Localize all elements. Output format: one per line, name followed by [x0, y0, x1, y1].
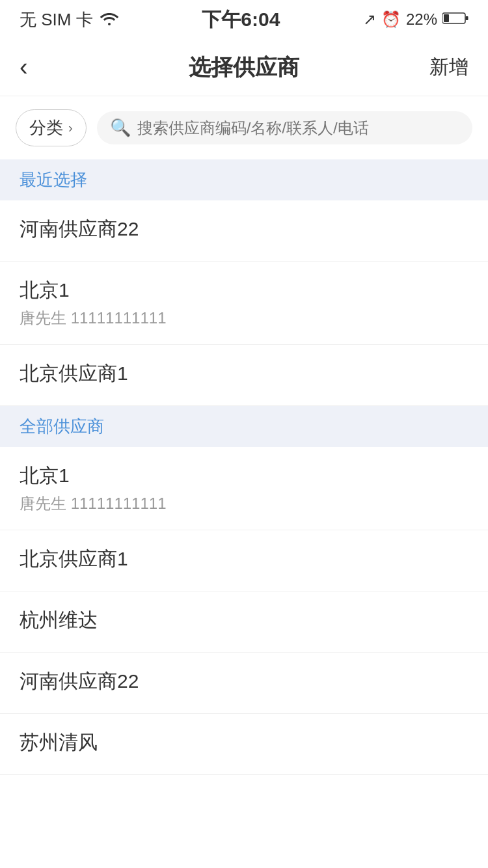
- back-button[interactable]: ‹: [20, 53, 72, 81]
- list-item[interactable]: 河南供应商22: [0, 200, 488, 262]
- list-item[interactable]: 北京供应商1: [0, 530, 488, 591]
- search-input-wrap[interactable]: 🔍: [97, 111, 472, 144]
- item-name: 河南供应商22: [20, 216, 468, 243]
- item-name: 杭州维达: [20, 607, 468, 634]
- item-sub: 唐先生 11111111111: [20, 308, 468, 329]
- battery-icon: [442, 10, 468, 29]
- nav-bar: ‹ 选择供应商 新增: [0, 39, 488, 96]
- item-sub: 唐先生 11111111111: [20, 493, 468, 514]
- chevron-right-icon: ›: [68, 120, 73, 135]
- recent-section-header: 最近选择: [0, 159, 488, 200]
- add-button[interactable]: 新增: [416, 54, 468, 81]
- list-item[interactable]: 河南供应商22: [0, 653, 488, 714]
- item-name: 北京1: [20, 463, 468, 489]
- recent-list: 河南供应商22北京1唐先生 11111111111北京供应商1: [0, 200, 488, 406]
- list-item[interactable]: 北京供应商1: [0, 345, 488, 406]
- status-time: 下午6:04: [202, 7, 280, 33]
- page-title: 选择供应商: [189, 53, 299, 83]
- item-name: 北京供应商1: [20, 546, 468, 573]
- search-input[interactable]: [137, 119, 459, 137]
- item-name: 北京1: [20, 277, 468, 304]
- list-item[interactable]: 北京1唐先生 11111111111: [0, 447, 488, 530]
- recent-section-label: 最近选择: [20, 170, 87, 189]
- list-item[interactable]: 苏州清风: [0, 714, 488, 775]
- item-name: 苏州清风: [20, 729, 468, 756]
- no-sim-label: 无 SIM 卡: [20, 8, 93, 31]
- category-button[interactable]: 分类 ›: [16, 109, 87, 146]
- search-bar: 分类 › 🔍: [0, 96, 488, 159]
- category-label: 分类: [29, 116, 63, 139]
- all-section-header: 全部供应商: [0, 406, 488, 447]
- list-item[interactable]: 北京1唐先生 11111111111: [0, 262, 488, 345]
- wifi-icon: [100, 10, 119, 30]
- all-list: 北京1唐先生 11111111111北京供应商1杭州维达河南供应商22苏州清风: [0, 447, 488, 775]
- all-section-label: 全部供应商: [20, 416, 104, 436]
- svg-rect-1: [465, 16, 468, 20]
- status-left: 无 SIM 卡: [20, 8, 119, 31]
- location-icon: ↗: [363, 10, 376, 29]
- item-name: 北京供应商1: [20, 360, 468, 387]
- svg-rect-2: [444, 14, 449, 22]
- search-icon: 🔍: [110, 118, 131, 138]
- status-bar: 无 SIM 卡 下午6:04 ↗ ⏰ 22%: [0, 0, 488, 39]
- battery-label: 22%: [406, 10, 437, 29]
- status-right: ↗ ⏰ 22%: [363, 10, 468, 29]
- alarm-icon: ⏰: [381, 10, 401, 29]
- item-name: 河南供应商22: [20, 668, 468, 695]
- list-item[interactable]: 杭州维达: [0, 591, 488, 653]
